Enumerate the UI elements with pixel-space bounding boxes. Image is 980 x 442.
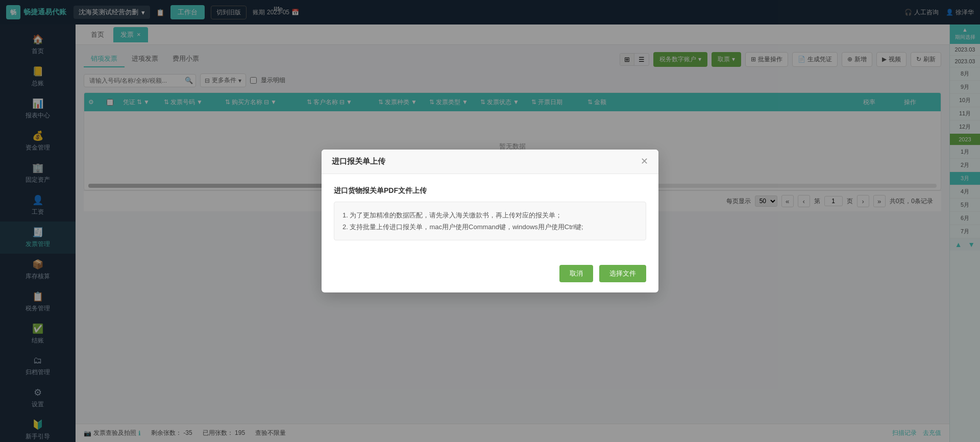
modal-overlay: 进口报关单上传 ✕ 进口货物报关单PDF文件上传 1. 为了更加精准的数据匹配，…	[0, 0, 980, 442]
modal-header: 进口报关单上传 ✕	[322, 150, 658, 174]
modal-body: 进口货物报关单PDF文件上传 1. 为了更加精准的数据匹配，请先录入海关缴款书，…	[322, 174, 658, 259]
modal-info-item-1: 2. 支持批量上传进口报关单，mac用户使用Command键，windows用户…	[342, 221, 638, 233]
modal-select-file-button[interactable]: 选择文件	[599, 265, 646, 282]
modal-info-box: 1. 为了更加精准的数据匹配，请先录入海关缴款书，再上传对应的报关单； 2. 支…	[334, 202, 646, 241]
modal-title: 进口报关单上传	[332, 157, 385, 166]
modal-cancel-button[interactable]: 取消	[559, 265, 593, 282]
modal-section-title: 进口货物报关单PDF文件上传	[334, 186, 646, 195]
modal-footer: 取消 选择文件	[322, 259, 658, 292]
modal: 进口报关单上传 ✕ 进口货物报关单PDF文件上传 1. 为了更加精准的数据匹配，…	[322, 150, 658, 293]
modal-close-button[interactable]: ✕	[641, 157, 648, 166]
modal-info-item-0: 1. 为了更加精准的数据匹配，请先录入海关缴款书，再上传对应的报关单；	[342, 209, 638, 221]
